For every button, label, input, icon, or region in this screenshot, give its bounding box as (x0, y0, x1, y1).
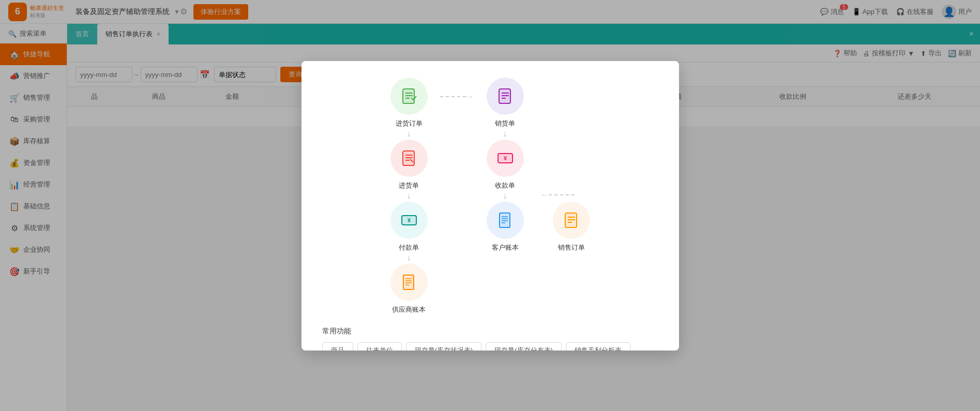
svg-text:¥: ¥ (503, 155, 507, 161)
flow-node-purchase-order[interactable]: 进货订单 (378, 78, 440, 128)
right-top-row: 销货单 ↓ ¥ 收款单 (474, 78, 602, 252)
flow-node-customer-ledger[interactable]: 客户账本 (474, 202, 536, 252)
arrow-down-2: ↓ (407, 191, 411, 201)
arrow-down-4: ↓ (503, 129, 507, 139)
flow-node-receipt[interactable]: ¥ 收款单 (474, 140, 536, 190)
popup-card: 进货订单 ↓ 进货单 (301, 61, 679, 351)
common-btn-stock-dist[interactable]: 现存量(库存分布表) (486, 342, 562, 351)
customer-ledger-label: 客户账本 (492, 243, 519, 252)
common-btns-row-1: 商品 往来单位 现存量(库存状况表) 现存量(库存分布表) 销售毛利分析表 商品… (322, 342, 658, 351)
receipt-label: 收款单 (495, 181, 515, 190)
arrow-down-1: ↓ (407, 129, 411, 139)
svg-text:¥: ¥ (407, 217, 411, 223)
sales-order-icon (553, 202, 590, 239)
flow-col-right: 销货单 ↓ ¥ 收款单 (474, 78, 602, 252)
sales-order-label: 销售订单 (558, 243, 585, 252)
flow-node-payment[interactable]: ¥ 付款单 (378, 202, 440, 252)
flow-node-purchase-bill[interactable]: 进货单 (378, 140, 440, 190)
right-inner-col: 销货单 ↓ ¥ 收款单 (474, 78, 536, 252)
svg-rect-13 (403, 275, 414, 290)
sales-order-side: ← (540, 190, 602, 252)
purchase-bill-icon (390, 140, 428, 177)
purchase-order-label: 进货订单 (396, 119, 423, 128)
flow-node-sales-order[interactable]: 销售订单 (540, 202, 602, 252)
flow-node-supplier-ledger[interactable]: 供应商账本 (378, 264, 440, 314)
purchase-order-icon (390, 78, 428, 115)
svg-rect-27 (500, 213, 510, 227)
arrow-right-area-1: → (440, 78, 474, 101)
dashed-arrow-h: → (440, 92, 474, 101)
popup-overlay[interactable]: 进货订单 ↓ 进货单 (0, 0, 980, 411)
common-functions-title: 常用功能 (322, 327, 658, 336)
arrow-down-5: ↓ (503, 191, 507, 201)
flow-col-left: 进货订单 ↓ 进货单 (378, 78, 440, 314)
supplier-ledger-label: 供应商账本 (392, 305, 426, 314)
purchase-bill-label: 进货单 (399, 181, 419, 190)
customer-ledger-icon (487, 202, 524, 239)
common-functions-section: 常用功能 商品 往来单位 现存量(库存状况表) 现存量(库存分布表) 销售毛利分… (322, 327, 658, 351)
payment-icon: ¥ (390, 202, 428, 239)
payment-label: 付款单 (399, 243, 419, 252)
common-btn-partner[interactable]: 往来单位 (357, 342, 402, 351)
common-btn-stock-status[interactable]: 现存量(库存状况表) (406, 342, 482, 351)
sales-bill-label: 销货单 (495, 119, 515, 128)
sales-bill-icon (487, 78, 524, 115)
flow-diagram: 进货订单 ↓ 进货单 (322, 78, 658, 314)
supplier-ledger-icon (390, 264, 428, 301)
receipt-icon: ¥ (487, 140, 524, 177)
arrow-down-3: ↓ (407, 253, 411, 263)
common-btn-sales-profit[interactable]: 销售毛利分析表 (566, 342, 630, 351)
flow-node-sales-bill[interactable]: 销货单 (474, 78, 536, 128)
common-btn-product[interactable]: 商品 (322, 342, 353, 351)
dashed-arrow-sales: ← (540, 190, 575, 200)
